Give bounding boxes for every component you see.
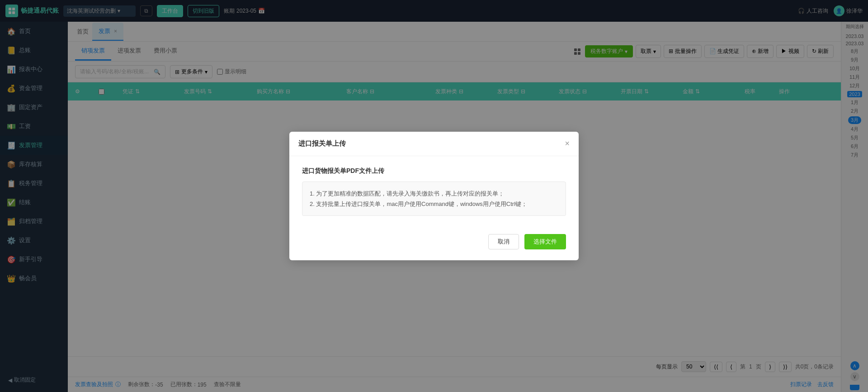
import-customs-modal: 进口报关单上传 × 进口货物报关单PDF文件上传 1. 为了更加精准的数据匹配，… xyxy=(289,132,579,261)
modal-footer: 取消 选择文件 xyxy=(289,227,579,260)
modal-section-title: 进口货物报关单PDF文件上传 xyxy=(302,167,566,175)
modal-title: 进口报关单上传 xyxy=(298,139,346,148)
modal-info-item-1: 1. 为了更加精准的数据匹配，请先录入海关缴款书，再上传对应的报关单； xyxy=(310,188,558,199)
modal-info-box: 1. 为了更加精准的数据匹配，请先录入海关缴款书，再上传对应的报关单； 2. 支… xyxy=(302,182,566,216)
modal-overlay[interactable]: 进口报关单上传 × 进口货物报关单PDF文件上传 1. 为了更加精准的数据匹配，… xyxy=(0,0,868,392)
modal-body: 进口货物报关单PDF文件上传 1. 为了更加精准的数据匹配，请先录入海关缴款书，… xyxy=(289,156,579,227)
modal-header: 进口报关单上传 × xyxy=(289,132,579,156)
modal-cancel-button[interactable]: 取消 xyxy=(488,234,519,249)
modal-close-button[interactable]: × xyxy=(565,139,570,148)
modal-select-file-button[interactable]: 选择文件 xyxy=(524,234,566,249)
modal-info-item-2: 2. 支持批量上传进口报关单，mac用户使用Command键，windows用户… xyxy=(310,199,558,209)
